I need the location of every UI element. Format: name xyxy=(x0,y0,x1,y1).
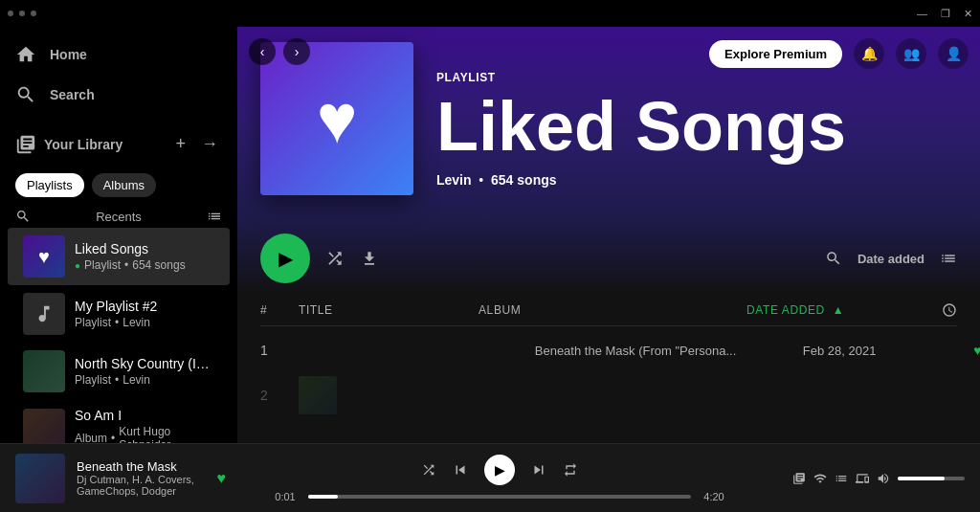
library-title: Your Library xyxy=(44,137,164,152)
th-duration xyxy=(900,302,957,318)
main-content: ‹ › Explore Premium 🔔 👥 👤 ♥ Playlist Lik… xyxy=(237,27,980,443)
player-play-button[interactable]: ▶ xyxy=(484,455,515,485)
table-row[interactable]: 1 Beneath the Mask Dj Cutman, H. A. Cove… xyxy=(260,330,957,370)
download-button[interactable] xyxy=(360,249,379,268)
playlist-item-north-sky[interactable]: North Sky Country (In-Game) Playlist • L… xyxy=(8,343,230,400)
forward-button[interactable]: › xyxy=(283,38,310,65)
sort-label: Date added xyxy=(858,252,924,266)
maximize-button[interactable]: ❐ xyxy=(941,8,950,20)
player-center: ▶ 0:01 4:20 xyxy=(234,455,766,502)
th-title: Title xyxy=(299,302,479,318)
th-date-added[interactable]: Date added ▲ xyxy=(746,302,900,318)
progress-track[interactable] xyxy=(308,495,691,499)
titlebar: — ❐ ✕ xyxy=(0,0,980,27)
explore-premium-button[interactable]: Explore Premium xyxy=(709,40,842,68)
liked-songs-thumb: ♥ xyxy=(23,235,65,278)
list-icon[interactable] xyxy=(207,209,222,224)
player-list-button[interactable] xyxy=(835,472,848,485)
playlist-count-3: Levin xyxy=(122,373,150,387)
hero-type-label: Playlist xyxy=(436,71,846,84)
player-next-button[interactable] xyxy=(530,461,547,479)
liked-heart-icon[interactable]: ♥ xyxy=(973,343,980,358)
controls-bar: ▶ Date added xyxy=(237,218,980,295)
minimize-button[interactable]: — xyxy=(917,8,927,19)
player-prev-button[interactable] xyxy=(452,461,469,479)
playlist-count: 654 songs xyxy=(132,258,185,272)
hero-song-count: 654 songs xyxy=(491,172,556,188)
volume-bar[interactable] xyxy=(898,477,965,480)
player-track-info: Beneath the Mask Dj Cutman, H. A. Covers… xyxy=(15,454,226,503)
player-controls: ▶ xyxy=(421,455,578,485)
filter-playlists-button[interactable]: Playlists xyxy=(15,173,84,197)
back-button[interactable]: ‹ xyxy=(249,38,276,65)
close-button[interactable]: ✕ xyxy=(964,8,972,20)
playlist-type: Playlist xyxy=(84,258,121,272)
player-song-details: Beneath the Mask Dj Cutman, H. A. Covers… xyxy=(77,459,198,497)
account-button[interactable]: 👤 xyxy=(938,38,969,69)
playlist-info-2: My Playlist #2 Playlist • Levin xyxy=(75,299,214,329)
shuffle-button[interactable] xyxy=(325,249,345,268)
playlist-count-2: Levin xyxy=(122,316,150,329)
sidebar-item-home[interactable]: Home xyxy=(0,34,237,75)
player-connect-button[interactable] xyxy=(813,472,827,485)
social-button[interactable]: 👥 xyxy=(896,38,926,69)
search-recents-bar: Recents xyxy=(0,205,237,228)
playlist-item-liked-songs[interactable]: ♥ Liked Songs ● Playlist • 654 songs xyxy=(8,228,230,285)
track-info: Beneath the Mask Dj Cutman, H. A. Covers… xyxy=(299,336,535,365)
player-queue-button[interactable] xyxy=(792,472,806,485)
sidebar: Home Search Your Library + → Playlists A… xyxy=(0,27,237,443)
playlist-name-4: So Am I xyxy=(75,408,214,423)
table-header: # Title Album Date added ▲ xyxy=(260,295,957,326)
playlist-item-so-am-i[interactable]: So Am I Album • Kurt Hugo Schneider xyxy=(8,400,230,443)
playlist-item-my-playlist-2[interactable]: My Playlist #2 Playlist • Levin xyxy=(8,285,230,343)
progress-fill xyxy=(308,495,338,499)
playlist-name-3: North Sky Country (In-Game) xyxy=(75,356,214,371)
hero-nav: ‹ › xyxy=(249,38,310,65)
hero-title: Liked Songs xyxy=(436,92,846,161)
notification-button[interactable]: 🔔 xyxy=(854,38,884,69)
recents-label: Recents xyxy=(96,210,142,224)
playlist-meta-4: Album • Kurt Hugo Schneider xyxy=(75,425,214,443)
playlist-type-2: Playlist xyxy=(75,316,111,329)
player-shuffle-button[interactable] xyxy=(421,462,436,478)
playlist-info: Liked Songs ● Playlist • 654 songs xyxy=(75,241,214,272)
search-tracks-button[interactable] xyxy=(825,250,842,267)
sidebar-item-search[interactable]: Search xyxy=(0,75,237,115)
add-library-button[interactable]: + xyxy=(171,130,189,158)
hero-meta: Levin • 654 songs xyxy=(436,172,846,188)
table-row-2[interactable]: 2 xyxy=(260,370,957,420)
track-info-2 xyxy=(299,376,479,414)
search-label: Search xyxy=(50,87,95,102)
th-num: # xyxy=(260,302,299,318)
main-play-button[interactable]: ▶ xyxy=(260,234,310,283)
expand-library-button[interactable]: → xyxy=(197,130,222,158)
player-heart-icon[interactable]: ♥ xyxy=(217,470,227,487)
hero-artwork: ♥ xyxy=(260,42,413,195)
heart-icon: ♥ xyxy=(317,79,358,158)
list-view-button[interactable] xyxy=(940,250,957,267)
playlist-thumb-2 xyxy=(23,293,65,335)
controls-right: Date added xyxy=(825,250,957,267)
track-album: Beneath the Mask (From "Persona... xyxy=(535,344,803,358)
progress-bar-wrapper: 0:01 4:20 xyxy=(270,491,729,502)
playlist-meta-2: Playlist • Levin xyxy=(75,316,214,329)
search-icon xyxy=(15,84,36,105)
volume-fill xyxy=(898,477,945,480)
player-repeat-button[interactable] xyxy=(563,462,578,478)
player-artwork xyxy=(15,454,65,503)
filter-albums-button[interactable]: Albums xyxy=(92,173,156,197)
playlist-meta: ● Playlist • 654 songs xyxy=(75,258,214,272)
titlebar-dot xyxy=(19,11,25,16)
th-album: Album xyxy=(479,302,746,318)
sidebar-nav: Home Search xyxy=(0,27,237,122)
search-small-icon[interactable] xyxy=(15,209,31,224)
playlist-name: Liked Songs xyxy=(75,241,214,256)
track-table: # Title Album Date added ▲ 1 Beneath the… xyxy=(237,295,980,443)
volume-icon-button[interactable] xyxy=(877,472,890,485)
time-current: 0:01 xyxy=(270,491,301,502)
player-device-button[interactable] xyxy=(856,472,869,485)
titlebar-dot xyxy=(31,11,36,16)
hero-artist: Levin xyxy=(436,172,472,188)
track-date: Feb 28, 2021 xyxy=(803,344,956,358)
player-song-name: Beneath the Mask xyxy=(77,459,198,474)
